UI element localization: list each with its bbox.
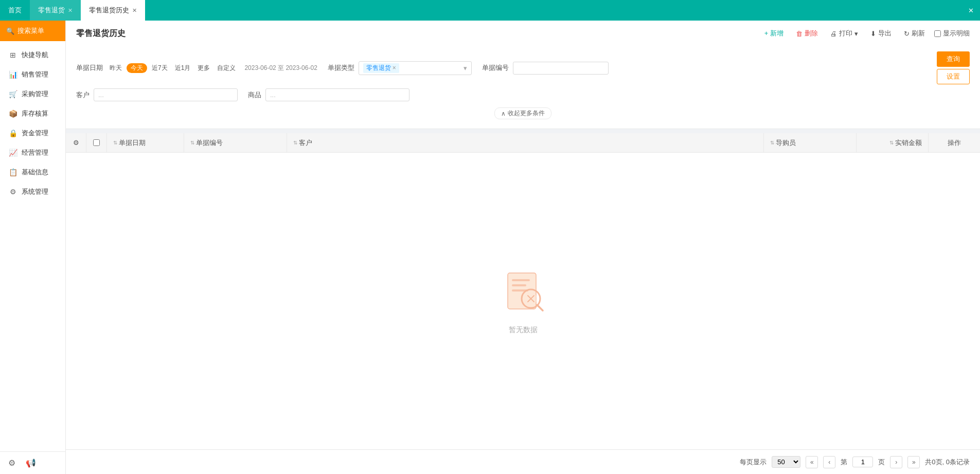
display-toggle[interactable]: 显示明细: [934, 29, 970, 38]
tab-home[interactable]: 首页: [0, 0, 30, 21]
system-mgmt-icon: ⚙: [8, 187, 17, 196]
sidebar-speaker-icon[interactable]: 📢: [26, 458, 36, 468]
sidebar-item-purchase-mgmt[interactable]: 🛒 采购管理: [0, 84, 65, 104]
delete-button[interactable]: 🗑 删除: [793, 27, 821, 40]
date-range-text: 2023-06-02 至 2023-06-02: [244, 64, 317, 72]
last-page-button[interactable]: »: [907, 456, 920, 468]
doc-type-tag-close[interactable]: ×: [393, 64, 396, 71]
doc-type-chevron-icon: ▾: [464, 64, 467, 72]
refresh-button[interactable]: ↻ 刷新: [901, 27, 928, 40]
date-btn-1month[interactable]: 近1月: [172, 63, 193, 73]
filter-group-doc-date: 单据日期 昨天 今天 近7天 近1月 更多 自定义 2023-06-02 至 2…: [76, 63, 317, 73]
doc-no-label: 单据编号: [482, 63, 509, 72]
tab-return-history[interactable]: 零售退货历史 ✕: [81, 0, 145, 21]
sidebar-item-finance-label: 资金管理: [22, 129, 48, 138]
date-btn-yesterday[interactable]: 昨天: [107, 63, 124, 73]
set-button[interactable]: 设置: [937, 69, 970, 84]
th-ops: 操作: [929, 133, 980, 152]
date-btn-more[interactable]: 更多: [195, 63, 212, 73]
th-customer[interactable]: ⇅ 客户: [287, 133, 764, 152]
sidebar-item-sales-mgmt[interactable]: 📊 销售管理: [0, 65, 65, 84]
date-btn-custom[interactable]: 自定义: [215, 63, 238, 73]
tab-return-history-label: 零售退货历史: [89, 6, 129, 15]
page-label: 第: [841, 458, 847, 467]
th-settings[interactable]: ⚙: [66, 133, 86, 152]
per-page-select[interactable]: 10 20 50 100: [772, 456, 800, 468]
settings-icon: ⚙: [73, 139, 79, 147]
first-page-button[interactable]: «: [806, 456, 818, 468]
sidebar-settings-icon[interactable]: ⚙: [8, 458, 15, 468]
table-header: ⚙ ⇅ 单据日期 ⇅ 单据编号 ⇅ 客户 ⇅: [66, 133, 980, 153]
th-guide[interactable]: ⇅ 导购员: [764, 133, 857, 152]
goods-label: 商品: [248, 90, 261, 100]
svg-line-6: [537, 305, 543, 311]
doc-no-input[interactable]: [513, 62, 609, 75]
filter-area: 单据日期 昨天 今天 近7天 近1月 更多 自定义 2023-06-02 至 2…: [76, 46, 970, 129]
search-menu-label: 搜索菜单: [17, 26, 44, 35]
filter-row-1: 单据日期 昨天 今天 近7天 近1月 更多 自定义 2023-06-02 至 2…: [76, 51, 970, 84]
display-toggle-checkbox[interactable]: [934, 30, 941, 37]
print-button[interactable]: 🖨 打印 ▾: [827, 27, 861, 40]
inventory-icon: 📦: [8, 109, 17, 118]
customer-placeholder: ...: [98, 91, 104, 99]
content-area: 零售退货历史 + 新增 🗑 删除 🖨 打印 ▾ ⬇ 导出: [66, 21, 980, 474]
search-menu-button[interactable]: 🔍 搜索菜单: [0, 21, 65, 41]
refresh-icon: ↻: [904, 30, 910, 38]
tab-return-history-close[interactable]: ✕: [132, 7, 137, 14]
sidebar-item-inventory[interactable]: 📦 库存核算: [0, 104, 65, 123]
sidebar-item-system-mgmt[interactable]: ⚙ 系统管理: [0, 182, 65, 202]
tab-list: 首页 零售退货 ✕ 零售退货历史 ✕: [0, 0, 968, 21]
prev-page-button[interactable]: ‹: [823, 456, 835, 468]
top-bar: 首页 零售退货 ✕ 零售退货历史 ✕ ✕: [0, 0, 980, 21]
query-button[interactable]: 查询: [937, 51, 970, 67]
sidebar-item-basic-info[interactable]: 📋 基础信息: [0, 162, 65, 182]
sort-icon-doc-no: ⇅: [190, 140, 194, 145]
total-info: 共0页, 0条记录: [925, 458, 970, 467]
tab-return-close[interactable]: ✕: [68, 7, 73, 14]
tab-return[interactable]: 零售退货 ✕: [30, 0, 81, 21]
sidebar: 🔍 搜索菜单 ⊞ 快捷导航 📊 销售管理 🛒 采购管理 📦 库存核算 🔒: [0, 21, 66, 474]
page-title-row: 零售退货历史 + 新增 🗑 删除 🖨 打印 ▾ ⬇ 导出: [76, 27, 970, 40]
date-btn-today[interactable]: 今天: [127, 63, 147, 73]
page-title: 零售退货历史: [76, 28, 126, 39]
sidebar-item-inventory-label: 库存核算: [22, 109, 48, 118]
export-button[interactable]: ⬇ 导出: [867, 27, 895, 40]
doc-type-select[interactable]: 零售退货 × ▾: [359, 61, 472, 75]
sidebar-item-basic-info-label: 基础信息: [22, 168, 48, 177]
date-btn-7days[interactable]: 近7天: [149, 63, 170, 73]
toolbar: + 新增 🗑 删除 🖨 打印 ▾ ⬇ 导出 ↻: [761, 27, 970, 40]
collapse-button[interactable]: ∧ 收起更多条件: [494, 107, 551, 119]
page-header: 零售退货历史 + 新增 🗑 删除 🖨 打印 ▾ ⬇ 导出: [66, 21, 980, 129]
tab-return-label: 零售退货: [38, 6, 65, 15]
empty-text: 暂无数据: [509, 325, 538, 335]
th-doc-no[interactable]: ⇅ 单据编号: [184, 133, 287, 152]
select-all-checkbox[interactable]: [93, 139, 100, 146]
new-button[interactable]: + 新增: [761, 27, 787, 40]
filter-group-doc-no: 单据编号: [482, 62, 609, 75]
tab-home-label: 首页: [8, 6, 22, 15]
sidebar-item-finance[interactable]: 🔒 资金管理: [0, 123, 65, 143]
finance-icon: 🔒: [8, 129, 17, 138]
th-doc-date[interactable]: ⇅ 单据日期: [107, 133, 184, 152]
quick-nav-icon: ⊞: [8, 50, 17, 60]
operations-icon: 📈: [8, 148, 17, 157]
doc-date-label: 单据日期: [76, 63, 103, 72]
date-shortcuts: 昨天 今天 近7天 近1月 更多 自定义: [107, 63, 238, 73]
sidebar-item-quick-nav[interactable]: ⊞ 快捷导航: [0, 45, 65, 65]
th-checkbox[interactable]: [86, 133, 107, 152]
table-container: ⚙ ⇅ 单据日期 ⇅ 单据编号 ⇅ 客户 ⇅: [66, 133, 980, 449]
sidebar-nav: ⊞ 快捷导航 📊 销售管理 🛒 采购管理 📦 库存核算 🔒 资金管理 📈: [0, 41, 65, 451]
page-number-input[interactable]: [852, 457, 873, 467]
main-layout: 🔍 搜索菜单 ⊞ 快捷导航 📊 销售管理 🛒 采购管理 📦 库存核算 🔒: [0, 21, 980, 474]
th-amount[interactable]: ⇅ 实销金额: [857, 133, 929, 152]
next-page-button[interactable]: ›: [890, 456, 902, 468]
goods-input[interactable]: ...: [265, 88, 409, 101]
sort-icon-guide: ⇅: [770, 140, 774, 145]
empty-state: 暂无数据: [66, 153, 980, 449]
per-page-label: 每页显示: [740, 458, 767, 467]
sort-icon-customer: ⇅: [293, 140, 297, 145]
sidebar-item-operations[interactable]: 📈 经营管理: [0, 143, 65, 162]
sidebar-item-operations-label: 经营管理: [22, 148, 48, 157]
customer-input[interactable]: ...: [94, 88, 238, 101]
window-close[interactable]: ✕: [968, 7, 980, 14]
